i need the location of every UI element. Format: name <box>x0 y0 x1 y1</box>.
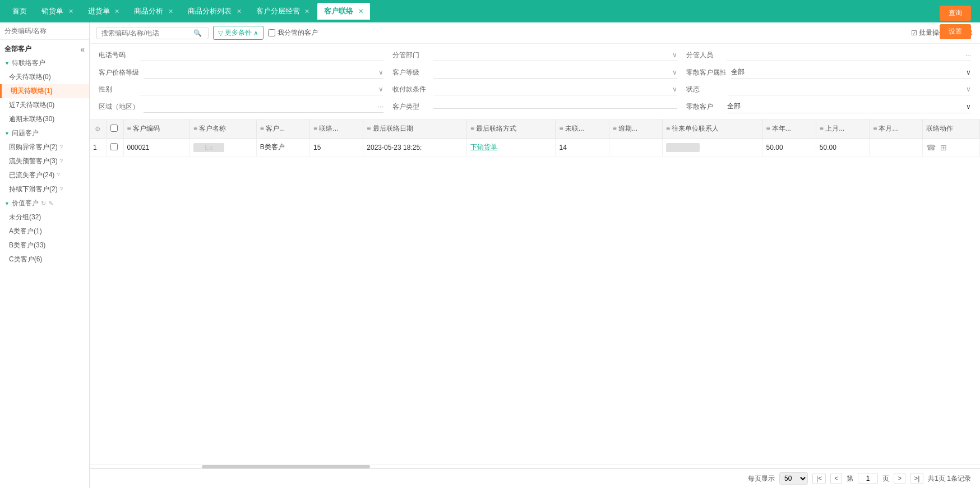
action-phone-icon[interactable]: ☎ <box>926 143 936 152</box>
th-overdue[interactable]: ≡ 逾期... <box>609 119 662 139</box>
search-input[interactable] <box>101 29 191 37</box>
customer-name-blurred: Ea <box>193 143 224 152</box>
customer-table: ⚙ ≡ 客户编码 ≡ 客户名称 ≡ 客户... ≡ 联络... ≡ 最后联络日期… <box>90 119 980 156</box>
th-customer-code[interactable]: ≡ 客户编码 <box>123 119 190 139</box>
td-overdue <box>609 139 662 156</box>
filter-phone: 电话号码 <box>99 49 383 61</box>
table-row: 1 000021 Ea B类客户 15 2023-05-23 18:25: 下销… <box>90 139 980 156</box>
th-contact-count[interactable]: ≡ 联络... <box>310 119 363 139</box>
th-customer-type[interactable]: ≡ 客户... <box>256 119 309 139</box>
gear-icon[interactable]: ⚙ <box>95 125 101 133</box>
filter-price-level: 客户价格等级 ∨ <box>99 66 383 79</box>
action-grid-icon[interactable]: ⊞ <box>940 143 947 152</box>
retail-customer-select[interactable]: 全部 ∨ <box>727 100 971 113</box>
th-checkbox <box>107 119 123 139</box>
close-icon[interactable]: ✕ <box>358 8 363 15</box>
scrollbar-thumb[interactable] <box>202 465 370 468</box>
all-customers-label[interactable]: 全部客户 « <box>0 40 89 56</box>
row-checkbox[interactable] <box>110 143 118 150</box>
payment-select[interactable]: ∨ <box>433 84 677 95</box>
page-input[interactable] <box>858 473 878 484</box>
per-page-label: 每页显示 <box>748 474 775 484</box>
settings-button[interactable]: 设置 <box>940 24 971 39</box>
sidebar-item-overdue-contact[interactable]: 逾期未联络(30) <box>0 112 89 126</box>
filter-bar: 🔍 ▽ 更多条件 ∧ 我分管的客户 ☑ 批量操作 ⇑ 导出 <box>90 22 980 44</box>
filter-payment: 收付款条件 ∨ <box>392 84 677 95</box>
status-select[interactable]: ∨ <box>727 84 971 95</box>
sidebar-search-area: 🔍 <box>0 22 89 40</box>
sidebar-item-churn-warning[interactable]: 流失预警客户(3) ? <box>0 154 89 168</box>
customer-type-select[interactable] <box>433 105 677 109</box>
close-icon[interactable]: ✕ <box>114 8 119 15</box>
person-select[interactable]: ··· <box>727 49 971 61</box>
filter-retail-customer: 零散客户 全部 ∨ <box>686 100 971 113</box>
th-uncontacted[interactable]: ≡ 未联... <box>556 119 609 139</box>
group-problem-customers[interactable]: 问题客户 <box>0 126 89 140</box>
sidebar-item-today-contact[interactable]: 今天待联络(0) <box>0 70 89 84</box>
sidebar-item-class-c[interactable]: C类客户(6) <box>0 252 89 266</box>
th-this-month[interactable]: ≡ 本月... <box>870 119 923 139</box>
th-customer-name[interactable]: ≡ 客户名称 <box>190 119 257 139</box>
td-contact-count: 15 <box>310 139 363 156</box>
close-icon[interactable]: ✕ <box>68 8 73 15</box>
sidebar-item-tomorrow-contact[interactable]: 明天待联络(1) <box>0 84 89 98</box>
group-value-customers[interactable]: 价值客户 ↻✎ <box>0 196 89 210</box>
td-last-date: 2023-05-23 18:25: <box>363 139 467 156</box>
th-action: 联络动作 <box>923 119 980 139</box>
close-icon[interactable]: ✕ <box>237 8 242 15</box>
sidebar-item-class-a[interactable]: A类客户(1) <box>0 224 89 238</box>
close-icon[interactable]: ✕ <box>304 8 309 15</box>
td-last-month: 50.00 <box>816 139 869 156</box>
page-size-select[interactable]: 50 100 200 <box>779 472 808 485</box>
top-nav: 首页 销货单 ✕ 进货单 ✕ 商品分析 ✕ 商品分析列表 ✕ 客户分层经营 ✕ … <box>0 0 980 22</box>
search-icon[interactable]: 🔍 <box>193 29 202 37</box>
nav-home[interactable]: 首页 <box>6 3 34 20</box>
search-wrap: 🔍 <box>96 27 209 39</box>
filter-customer-type: 客户类型 <box>392 100 677 113</box>
my-customers-checkbox-wrap[interactable]: 我分管的客户 <box>268 28 318 38</box>
nav-sales[interactable]: 销货单 ✕ <box>35 3 80 20</box>
nav-product-analysis[interactable]: 商品分析 ✕ <box>127 3 180 20</box>
td-uncontacted: 14 <box>556 139 609 156</box>
next-page-btn[interactable]: > <box>894 473 905 484</box>
nav-product-analysis-list[interactable]: 商品分析列表 ✕ <box>181 3 248 20</box>
retail-attr-select[interactable]: 全部 ∨ <box>731 66 971 79</box>
th-last-month[interactable]: ≡ 上月... <box>816 119 869 139</box>
more-conditions-btn[interactable]: ▽ 更多条件 ∧ <box>213 26 264 40</box>
sidebar-collapse-icon[interactable]: « <box>80 45 85 54</box>
filter-region: 区域（地区） ··· <box>99 100 383 113</box>
sidebar-item-ungrouped[interactable]: 未分组(32) <box>0 210 89 224</box>
td-type: B类客户 <box>256 139 309 156</box>
last-contact-method-link[interactable]: 下销货单 <box>470 143 497 151</box>
th-last-contact-method[interactable]: ≡ 最后联络方式 <box>466 119 555 139</box>
sidebar-item-churned[interactable]: 已流失客户(24) ? <box>0 168 89 182</box>
sidebar-item-class-b[interactable]: B类客户(33) <box>0 238 89 252</box>
sidebar-search-input[interactable] <box>4 27 89 35</box>
dept-select[interactable]: ∨ <box>433 49 677 61</box>
region-select[interactable]: ··· <box>144 101 383 113</box>
nav-customer-contact[interactable]: 客户联络 ✕ <box>317 3 370 20</box>
filter-person: 分管人员 ··· <box>686 49 971 61</box>
th-last-contact-date[interactable]: ≡ 最后联络日期 <box>363 119 467 139</box>
group-pending-contact[interactable]: 待联络客户 <box>0 56 89 70</box>
price-level-select[interactable]: ∨ <box>144 67 383 79</box>
sidebar-item-7days-contact[interactable]: 近7天待联络(0) <box>0 98 89 112</box>
select-all-checkbox[interactable] <box>110 125 118 132</box>
last-page-btn[interactable]: >| <box>910 473 923 484</box>
sidebar-item-repurchase-abnormal[interactable]: 回购异常客户(2) ? <box>0 140 89 154</box>
th-this-year[interactable]: ≡ 本年... <box>762 119 816 139</box>
nav-purchase[interactable]: 进货单 ✕ <box>81 3 127 20</box>
my-customers-checkbox[interactable] <box>268 29 275 36</box>
th-contact-person[interactable]: ≡ 往来单位联系人 <box>663 119 762 139</box>
td-contact-person <box>663 139 762 156</box>
prev-page-btn[interactable]: < <box>830 473 842 484</box>
customer-level-select[interactable]: ∨ <box>433 67 677 79</box>
nav-customer-segmentation[interactable]: 客户分层经营 ✕ <box>249 3 317 20</box>
sidebar-item-declining[interactable]: 持续下滑客户(2) ? <box>0 182 89 196</box>
close-icon[interactable]: ✕ <box>168 8 173 15</box>
first-page-btn[interactable]: |< <box>812 473 826 484</box>
horizontal-scrollbar[interactable] <box>90 464 980 468</box>
checkbox-icon: ☑ <box>911 29 917 37</box>
gender-select[interactable]: ∨ <box>140 84 383 95</box>
phone-input[interactable] <box>140 49 383 61</box>
